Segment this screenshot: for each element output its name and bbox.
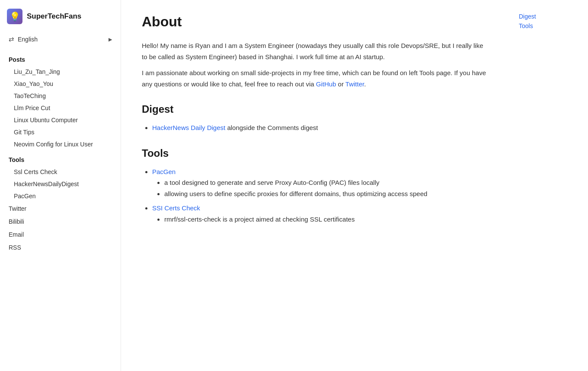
- sidebar-item-tao-te-ching[interactable]: TaoTeChing: [7, 91, 114, 101]
- sidebar-item-llm-price-cut[interactable]: Llm Price Cut: [7, 103, 114, 113]
- pacgen-subitem-2: allowing users to define specific proxie…: [164, 188, 489, 200]
- digest-section-title: Digest: [142, 103, 489, 115]
- intro-para2-before: I am passionate about working on small s…: [142, 69, 486, 88]
- intro-paragraph-2: I am passionate about working on small s…: [142, 67, 489, 89]
- tools-section-label: Tools: [7, 153, 114, 165]
- sidebar: 💡 SuperTechFans ⇄ English ▶ Posts Liu_Zu…: [0, 0, 121, 371]
- tools-list-item-ssl: SSI Certs Check rmrf/ssl-certs-check is …: [152, 203, 489, 225]
- main-content: About Hello! My name is Ryan and I am a …: [121, 0, 510, 371]
- posts-section-label: Posts: [7, 53, 114, 65]
- intro-paragraph-1: Hello! My name is Ryan and I am a System…: [142, 40, 489, 62]
- sidebar-item-hackernews-digest[interactable]: HackerNewsDailyDigest: [7, 179, 114, 189]
- twitter-link[interactable]: Twitter: [345, 80, 364, 88]
- ssl-sublist: rmrf/ssl-certs-check is a project aimed …: [152, 214, 489, 225]
- site-logo-link[interactable]: 💡 SuperTechFans: [7, 9, 114, 24]
- sidebar-item-git-tips[interactable]: Git Tips: [7, 127, 114, 137]
- intro-or: or: [336, 80, 344, 88]
- chevron-right-icon: ▶: [109, 37, 112, 42]
- language-label: English: [18, 36, 38, 43]
- sidebar-item-pacgen[interactable]: PacGen: [7, 191, 114, 201]
- digest-list: HackerNews Daily Digest alongside the Co…: [142, 122, 489, 133]
- github-link[interactable]: GitHub: [316, 80, 336, 88]
- site-title: SuperTechFans: [27, 12, 81, 21]
- sidebar-item-email[interactable]: Email: [7, 229, 114, 240]
- ssl-certs-check-link[interactable]: SSI Certs Check: [152, 204, 200, 212]
- sidebar-item-bilibili[interactable]: Bilibili: [7, 216, 114, 227]
- sidebar-item-ssl-certs-check[interactable]: Ssl Certs Check: [7, 167, 114, 177]
- tools-section-title: Tools: [142, 147, 489, 159]
- digest-list-item: HackerNews Daily Digest alongside the Co…: [152, 122, 489, 133]
- pacgen-link[interactable]: PacGen: [152, 168, 176, 175]
- hackernews-digest-link[interactable]: HackerNews Daily Digest: [152, 124, 225, 131]
- sidebar-item-xiao-yao-you[interactable]: Xiao_Yao_You: [7, 79, 114, 89]
- tools-list-item-pacgen: PacGen a tool designed to generate and s…: [152, 166, 489, 200]
- language-selector[interactable]: ⇄ English ▶: [7, 33, 114, 46]
- pacgen-sublist: a tool designed to generate and serve Pr…: [152, 177, 489, 199]
- translate-icon: ⇄: [9, 35, 14, 43]
- ssl-subitem-1: rmrf/ssl-certs-check is a project aimed …: [164, 214, 489, 225]
- page-title: About: [142, 14, 489, 30]
- digest-item-text: alongside the Comments digest: [225, 124, 318, 131]
- sidebar-item-liu-zu-tan-jing[interactable]: Liu_Zu_Tan_Jing: [7, 67, 114, 77]
- sidebar-item-twitter[interactable]: Twitter: [7, 203, 114, 214]
- toc-tools-link[interactable]: Tools: [519, 22, 571, 29]
- intro-period: .: [364, 80, 366, 88]
- sidebar-item-neovim-config[interactable]: Neovim Config for Linux User: [7, 139, 114, 149]
- table-of-contents: Digest Tools: [519, 13, 571, 29]
- sidebar-item-linux-ubuntu[interactable]: Linux Ubuntu Computer: [7, 115, 114, 125]
- pacgen-subitem-1: a tool designed to generate and serve Pr…: [164, 177, 489, 188]
- sidebar-item-rss[interactable]: RSS: [7, 242, 114, 253]
- toc-digest-link[interactable]: Digest: [519, 13, 571, 20]
- site-logo-icon: 💡: [7, 9, 22, 24]
- tools-list: PacGen a tool designed to generate and s…: [142, 166, 489, 225]
